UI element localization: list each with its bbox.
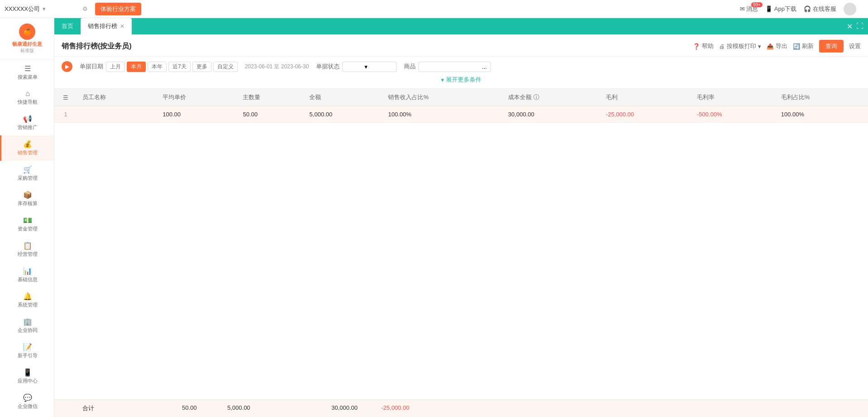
date-btn-more[interactable]: 更多	[192, 62, 211, 72]
help-button[interactable]: ❓ 帮助	[693, 42, 714, 50]
tab-bar: 首页 销售排行榜 ✕ ✕ ⛶	[54, 18, 868, 34]
data-table: ☰ 员工名称 平均单价 主数量 全额 销售收入占比% 成本全额 ⓘ 毛利 毛利率…	[54, 89, 868, 123]
app-download-btn[interactable]: 📱 App下载	[765, 5, 796, 13]
expand-more-btn[interactable]: ▾ 展开更多条件	[62, 76, 861, 84]
date-btn-this-month[interactable]: 本月	[127, 62, 146, 72]
date-buttons: 上月 本月 本年 近7天 更多 自定义	[106, 62, 238, 72]
query-button[interactable]: 查询	[819, 40, 844, 53]
sidebar-item-marketing[interactable]: 📢 营销推广	[0, 110, 54, 135]
logo-name: 畅康通好生意	[12, 41, 42, 48]
date-btn-custom[interactable]: 自定义	[213, 62, 238, 72]
sidebar-item-label: 企业协同	[18, 327, 38, 334]
sidebar-item-label: 应用中心	[18, 378, 38, 384]
sidebar-item-inventory[interactable]: 📦 库存核算	[0, 186, 54, 211]
cell-qty: 50.00	[237, 106, 304, 123]
date-btn-this-year[interactable]: 本年	[148, 62, 167, 72]
sidebar-item-guide[interactable]: 📝 新手引导	[0, 338, 54, 364]
footer-sales-pct-cell	[277, 404, 331, 412]
cell-cost: 30,000.00	[503, 106, 600, 123]
logo-icon: 🍊	[19, 24, 35, 40]
export-icon: 📤	[767, 43, 774, 50]
tab-bar-actions: ✕ ⛶	[847, 22, 868, 31]
sidebar-item-finance[interactable]: 💵 资金管理	[0, 211, 54, 237]
company-selector[interactable]: XXXXXX公司 ▾	[5, 5, 77, 13]
sidebar-item-operation[interactable]: 📋 经营管理	[0, 237, 54, 262]
sidebar-item-wechat[interactable]: 💬 企业微信	[0, 389, 54, 414]
sales-icon: 💰	[23, 140, 32, 149]
col-qty: 主数量	[237, 89, 304, 106]
status-filter-label: 单据状态	[316, 62, 340, 71]
print-icon: 🖨	[719, 43, 725, 50]
cell-profit-rate: -500.00%	[691, 106, 776, 123]
footer-qty-cell: 50.00	[182, 404, 227, 412]
wechat-icon: 💬	[23, 393, 32, 402]
main-layout: 🍊 畅康通好生意 标准版 ☰ 搜索菜单 ⌂ 快捷导航 📢 营销推广 💰 销售管理…	[0, 18, 868, 417]
trial-button[interactable]: 体验行业方案	[95, 3, 141, 15]
page-actions: ❓ 帮助 🖨 按模板打印 ▾ 📤 导出 🔄 刷新	[693, 40, 861, 53]
print-button[interactable]: 🖨 按模板打印 ▾	[719, 42, 761, 50]
status-filter: 单据状态 ▾	[316, 62, 397, 72]
tab-home[interactable]: 首页	[54, 18, 81, 34]
status-select[interactable]: ▾	[342, 62, 397, 72]
sidebar-item-search-order[interactable]: ☰ 搜索菜单	[0, 60, 54, 85]
message-icon: ✉	[740, 5, 745, 12]
status-select-chevron: ▾	[364, 63, 368, 70]
settings-button[interactable]: 设置	[849, 42, 861, 50]
expand-arrow-btn[interactable]: ▶	[62, 61, 72, 72]
sidebar-item-sales[interactable]: 💰 销售管理	[0, 135, 54, 161]
print-chevron-icon: ▾	[758, 43, 761, 50]
sidebar: 🍊 畅康通好生意 标准版 ☰ 搜索菜单 ⌂ 快捷导航 📢 营销推广 💰 销售管理…	[0, 18, 54, 417]
tab-home-label: 首页	[62, 22, 73, 30]
tab-close-icon[interactable]: ✕	[120, 23, 125, 29]
col-rank: ☰	[54, 89, 77, 106]
date-btn-7days[interactable]: 近7天	[168, 62, 191, 72]
system-icon: 🔔	[23, 292, 32, 301]
header-right: ✉ 消息 99+ 📱 App下载 🎧 在线客服	[740, 3, 863, 15]
footer-cost-cell: 30,000.00	[331, 404, 381, 412]
tab-sales-rank[interactable]: 销售排行榜 ✕	[81, 18, 132, 34]
expand-chevron-icon: ▾	[441, 77, 444, 83]
operation-icon: 📋	[23, 241, 32, 250]
finance-icon: 💵	[23, 216, 32, 225]
message-icon-btn[interactable]: ✉ 消息 99+	[740, 5, 758, 13]
sidebar-item-label: 新手引导	[18, 352, 38, 359]
date-btn-prev-month[interactable]: 上月	[106, 62, 125, 72]
sidebar-item-purchase[interactable]: 🛒 采购管理	[0, 161, 54, 186]
app-center-icon: 📱	[23, 368, 32, 377]
goods-ellipsis: ...	[482, 63, 487, 70]
sidebar-item-label: 快捷导航	[18, 99, 38, 105]
sidebar-item-system[interactable]: 🔔 系统管理	[0, 288, 54, 313]
sidebar-item-app-center[interactable]: 📱 应用中心	[0, 364, 54, 389]
online-service-btn[interactable]: 🎧 在线客服	[804, 5, 836, 13]
export-button[interactable]: 📤 导出	[767, 42, 787, 50]
goods-filter-label: 商品	[404, 62, 416, 71]
purchase-icon: 🛒	[23, 165, 32, 174]
footer-profit-cell: -25,000.00	[381, 404, 431, 412]
headset-icon: 🎧	[804, 5, 811, 12]
sidebar-item-member[interactable]: ✓ 畅会员	[0, 414, 54, 417]
sidebar-item-quick-nav[interactable]: ⌂ 快捷导航	[0, 85, 54, 110]
goods-input[interactable]: ...	[418, 62, 491, 72]
sidebar-item-enterprise[interactable]: 🏢 企业协同	[0, 313, 54, 338]
window-close-icon[interactable]: ✕	[847, 22, 853, 31]
window-expand-icon[interactable]: ⛶	[856, 22, 863, 30]
refresh-icon: 🔄	[793, 43, 800, 50]
sidebar-item-basic-info[interactable]: 📊 基础信息	[0, 262, 54, 288]
col-cost: 成本全额 ⓘ	[503, 89, 600, 106]
top-header: XXXXXX公司 ▾ ⚙ 体验行业方案 ✉ 消息 99+ 📱 App下载 🎧 在…	[0, 0, 868, 18]
page-content: 销售排行榜(按业务员) ❓ 帮助 🖨 按模板打印 ▾ 📤 导出	[54, 34, 868, 417]
cell-name	[77, 106, 157, 123]
home-icon: ⌂	[25, 90, 30, 98]
content-area: 首页 销售排行榜 ✕ ✕ ⛶ 销售排行榜(按业务员) ❓ 帮助	[54, 18, 868, 417]
sidebar-logo: 🍊 畅康通好生意 标准版	[0, 18, 54, 60]
refresh-button[interactable]: 🔄 刷新	[793, 42, 814, 50]
settings-icon-btn[interactable]: ⚙	[79, 3, 91, 15]
table-row[interactable]: 1100.0050.005,000.00100.00%30,000.00-25,…	[54, 106, 868, 123]
col-avg-price: 平均单价	[157, 89, 237, 106]
cell-amount: 5,000.00	[304, 106, 383, 123]
sidebar-item-label: 资金管理	[18, 225, 38, 232]
table-footer: 合计 50.00 5,000.00 30,000.00 -25,000.00	[54, 399, 868, 417]
avatar[interactable]	[844, 3, 856, 15]
date-range-text: 2023-06-01 至 2023-06-30	[245, 63, 309, 71]
cell-profit: -25,000.00	[600, 106, 691, 123]
